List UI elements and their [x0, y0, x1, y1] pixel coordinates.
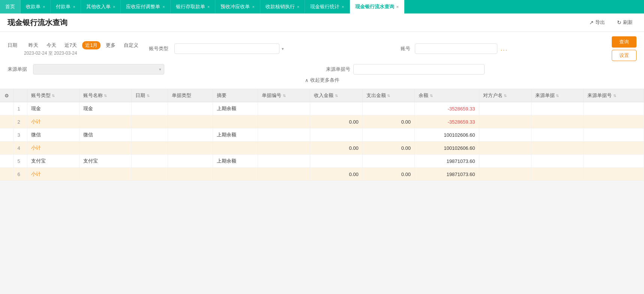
th-account-type[interactable]: 账号类型 ⇅ — [27, 89, 79, 102]
date-more[interactable]: 更多 — [103, 41, 119, 49]
refresh-button[interactable]: ↻ 刷新 — [613, 17, 636, 28]
source-doc-select[interactable] — [33, 64, 164, 75]
collapse-row: ∧ 收起更多条件 — [8, 75, 636, 84]
table-row[interactable]: 2 小计 0.00 0.00 -3528659.33 — [0, 115, 644, 128]
table-row[interactable]: 1 现金 现金 上期余额 -3528659.33 — [0, 102, 644, 115]
td-counterparty — [479, 115, 531, 128]
td-seq: 1 — [14, 102, 27, 115]
td-date — [132, 155, 168, 168]
account-input[interactable] — [415, 43, 497, 54]
th-source-doc[interactable]: 来源单据 ⇅ — [531, 89, 583, 102]
td-account-name — [79, 142, 131, 155]
nav-payment[interactable]: 付款单 × — [51, 0, 81, 13]
close-bank-deposit-icon[interactable]: × — [207, 4, 210, 9]
nav-ap-adjust[interactable]: 应收应付调整单 × — [121, 0, 170, 13]
account-label: 账号 — [401, 45, 412, 52]
td-account-type: 小计 — [27, 168, 79, 181]
table-row[interactable]: 4 小计 0.00 0.00 100102606.60 — [0, 142, 644, 155]
td-income: 0.00 — [310, 168, 362, 181]
table-row[interactable]: 5 支付宝 支付宝 上期余额 19871073.60 — [0, 155, 644, 168]
td-summary — [213, 142, 258, 155]
th-expense[interactable]: 支出金额 ⇅ — [362, 89, 414, 102]
td-date — [132, 115, 168, 128]
table-row[interactable]: 3 微信 微信 上期余额 100102606.60 — [0, 128, 644, 142]
nav-cash-bank-stat[interactable]: 现金银行统计 × — [305, 0, 350, 13]
nav-bank-deposit[interactable]: 银行存取款单 × — [171, 0, 215, 13]
close-other-income-icon[interactable]: × — [113, 4, 115, 9]
sort-doc-no-icon: ⇅ — [283, 94, 286, 98]
th-date[interactable]: 日期 ⇅ — [132, 89, 168, 102]
td-summary: 上期余额 — [213, 155, 258, 168]
td-seq: 4 — [14, 142, 27, 155]
account-type-select[interactable] — [174, 43, 279, 54]
table-row[interactable]: 6 小计 0.00 0.00 19871073.60 — [0, 168, 644, 181]
th-balance[interactable]: 余额 ⇅ — [415, 89, 479, 102]
th-income[interactable]: 收入金额 ⇅ — [310, 89, 362, 102]
date-label: 日期 — [8, 42, 23, 49]
date-7days[interactable]: 近7天 — [62, 41, 80, 49]
query-button[interactable]: 查询 — [612, 36, 636, 48]
sort-expense-icon: ⇅ — [387, 94, 390, 98]
close-payment-icon[interactable]: × — [73, 4, 75, 9]
th-counterparty[interactable]: 对方户名 ⇅ — [479, 89, 531, 102]
th-doc-type: 单据类型 — [168, 89, 213, 102]
sort-account-name-icon: ⇅ — [104, 94, 107, 98]
close-prepay-offset-icon[interactable]: × — [252, 4, 254, 9]
td-seq: 5 — [14, 155, 27, 168]
th-source-doc-no[interactable]: 来源单据号 ⇅ — [584, 89, 644, 102]
td-balance: 100102606.60 — [415, 142, 479, 155]
td-seq: 3 — [14, 128, 27, 142]
date-1month[interactable]: 近1月 — [82, 41, 101, 49]
collapse-button[interactable]: ∧ 收起更多条件 — [305, 77, 339, 84]
td-settings — [0, 168, 14, 181]
td-settings — [0, 142, 14, 155]
td-counterparty — [479, 142, 531, 155]
date-yesterday[interactable]: 昨天 — [26, 41, 41, 49]
export-icon: ↗ — [589, 19, 594, 25]
td-seq: 6 — [14, 168, 27, 181]
th-doc-no[interactable]: 单据编号 ⇅ — [258, 89, 310, 102]
nav-cash-bank-flow[interactable]: 现金银行流水查询 × — [350, 0, 404, 13]
source-doc-no-group: 来源单据号 — [326, 64, 637, 75]
nav-receipt[interactable]: 收款单 × — [21, 0, 51, 13]
td-income: 0.00 — [310, 115, 362, 128]
td-source-doc-no — [584, 155, 644, 168]
close-cash-bank-stat-icon[interactable]: × — [342, 4, 344, 9]
close-cash-bank-flow-icon[interactable]: × — [396, 4, 399, 9]
source-doc-select-wrapper: ▾ — [33, 64, 164, 75]
date-custom[interactable]: 自定义 — [121, 41, 141, 49]
td-date — [132, 102, 168, 115]
td-source-doc — [531, 155, 583, 168]
date-today[interactable]: 今天 — [44, 41, 59, 49]
close-receipt-icon[interactable]: × — [43, 4, 45, 9]
td-income: 0.00 — [310, 142, 362, 155]
td-source-doc — [531, 102, 583, 115]
td-account-type: 现金 — [27, 102, 79, 115]
td-counterparty — [479, 128, 531, 142]
td-account-type: 小计 — [27, 142, 79, 155]
td-date — [132, 168, 168, 181]
td-date — [132, 128, 168, 142]
sort-balance-icon: ⇅ — [430, 94, 433, 98]
export-button[interactable]: ↗ 导出 — [585, 17, 609, 28]
th-settings[interactable]: ⚙ — [0, 89, 14, 102]
td-doc-no — [258, 155, 310, 168]
td-balance: -3528659.33 — [415, 115, 479, 128]
td-settings — [0, 155, 14, 168]
nav-other-income[interactable]: 其他收入单 × — [81, 0, 121, 13]
source-doc-no-input[interactable] — [353, 64, 485, 75]
filter-area: 日期 昨天 今天 近7天 近1月 更多 自定义 2023-02-24 至 202… — [0, 32, 644, 89]
nav-prepay-offset[interactable]: 预收冲应收单 × — [215, 0, 260, 13]
th-account-name[interactable]: 账号名称 ⇅ — [79, 89, 131, 102]
td-source-doc-no — [584, 115, 644, 128]
sort-account-type-icon: ⇅ — [52, 94, 55, 98]
td-seq: 2 — [14, 115, 27, 128]
close-receipt-verify-icon[interactable]: × — [297, 4, 299, 9]
nav-receipt-verify[interactable]: 收款核销执行 × — [260, 0, 305, 13]
account-dots-icon[interactable]: ... — [500, 45, 507, 52]
settings-button[interactable]: 设置 — [612, 50, 636, 61]
td-doc-no — [258, 142, 310, 155]
td-doc-type — [168, 128, 213, 142]
nav-home[interactable]: 首页 — [0, 0, 21, 13]
close-ap-adjust-icon[interactable]: × — [162, 4, 165, 9]
